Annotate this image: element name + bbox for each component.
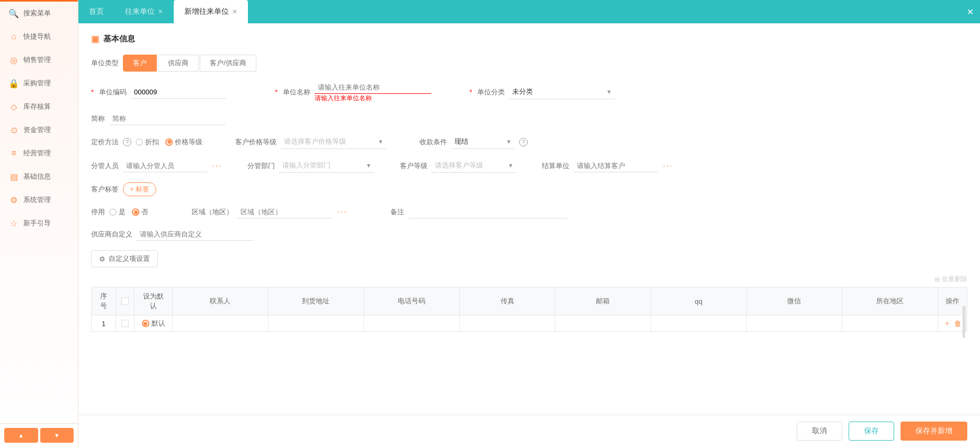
sidebar-bottom: ▲ ▼ bbox=[0, 423, 78, 447]
supplier-custom-input[interactable] bbox=[137, 228, 253, 241]
pricing-radio-level[interactable]: 价格等级 bbox=[165, 137, 202, 147]
region-input[interactable] bbox=[237, 206, 333, 218]
custom-settings-button[interactable]: ⚙ 自定义项设置 bbox=[91, 250, 158, 267]
disabled-radio-group: 是 否 bbox=[109, 207, 148, 217]
save-new-button[interactable]: 保存并新增 bbox=[901, 422, 967, 441]
tab-partners-close[interactable]: ✕ bbox=[158, 8, 163, 15]
form-item-department: 分管部门 请输入分管部门 ▼ bbox=[247, 159, 375, 173]
form-item-remark: 备注 bbox=[390, 206, 567, 218]
unit-btn-customer[interactable]: 客户 bbox=[123, 55, 157, 72]
supervisor-more-icon[interactable]: ··· bbox=[212, 161, 222, 171]
main-area: 首页 往来单位 ✕ 新增往来单位 ✕ ✕ ▣ 基本信息 单位类型 客户 供应商 … bbox=[78, 0, 980, 447]
customer-level-placeholder: 请选择客户等级 bbox=[435, 161, 483, 170]
unit-btn-both[interactable]: 客户/供应商 bbox=[200, 55, 256, 72]
row-email-input[interactable] bbox=[560, 320, 645, 328]
guide-icon: ☆ bbox=[8, 218, 19, 229]
row-qq-input[interactable] bbox=[656, 320, 741, 328]
row-qq-cell[interactable] bbox=[651, 315, 746, 332]
sidebar-item-quick-nav[interactable]: ⌂ 快捷导航 bbox=[0, 25, 78, 48]
sidebar-bottom-btn-1[interactable]: ▲ bbox=[4, 428, 38, 443]
sidebar-item-guide-label: 新手引导 bbox=[23, 218, 51, 228]
sidebar-item-system[interactable]: ⚙ 系统管理 bbox=[0, 188, 78, 212]
row-fax-input[interactable] bbox=[465, 320, 550, 328]
sidebar-item-operations[interactable]: ≡ 经营管理 bbox=[0, 142, 78, 165]
select-all-checkbox[interactable] bbox=[121, 297, 129, 305]
sidebar-item-quick-nav-label: 快捷导航 bbox=[23, 32, 51, 41]
sidebar-item-sales-label: 销售管理 bbox=[23, 55, 51, 65]
payment-terms-select[interactable]: 现结 ▼ bbox=[451, 135, 515, 149]
row-wechat-cell[interactable] bbox=[746, 315, 842, 332]
department-arrow-icon: ▼ bbox=[366, 162, 371, 169]
region-label: 区域（地区） bbox=[192, 207, 233, 217]
row-address-cell[interactable] bbox=[268, 315, 364, 332]
form-item-supervisor: 分管人员 ··· bbox=[91, 160, 222, 172]
row-contact-input[interactable] bbox=[178, 320, 263, 328]
pricing-question-icon[interactable]: ? bbox=[123, 138, 131, 146]
row-contact-cell[interactable] bbox=[172, 315, 268, 332]
sidebar-item-search[interactable]: 🔍 搜索菜单 bbox=[0, 2, 78, 25]
settlement-more-icon[interactable]: ··· bbox=[663, 161, 673, 171]
system-icon: ⚙ bbox=[8, 195, 19, 205]
form-item-code: * 单位编码 bbox=[91, 86, 226, 99]
remark-input[interactable] bbox=[408, 206, 567, 218]
row-wechat-input[interactable] bbox=[752, 320, 837, 328]
price-level-select[interactable]: 请选择客户价格等级 ▼ bbox=[281, 135, 387, 149]
department-select[interactable]: 请输入分管部门 ▼ bbox=[279, 159, 375, 173]
sidebar-item-basic[interactable]: ▤ 基础信息 bbox=[0, 165, 78, 188]
sidebar-item-search-label: 搜索菜单 bbox=[23, 8, 51, 18]
disabled-radio-yes[interactable]: 是 bbox=[109, 207, 126, 217]
customer-level-select[interactable]: 请选择客户等级 ▼ bbox=[432, 159, 516, 173]
tab-home-label: 首页 bbox=[89, 7, 104, 16]
pricing-radio-discount[interactable]: 折扣 bbox=[136, 137, 159, 147]
settlement-input[interactable] bbox=[574, 160, 658, 172]
tab-new-partner-close[interactable]: ✕ bbox=[232, 8, 237, 15]
row-region-cell-input[interactable] bbox=[848, 320, 932, 328]
row-default-radio[interactable]: 默认 bbox=[140, 319, 167, 328]
sidebar-item-purchase[interactable]: 🔒 采购管理 bbox=[0, 72, 78, 95]
row-phone-cell[interactable] bbox=[364, 315, 460, 332]
row-phone-input[interactable] bbox=[369, 320, 454, 328]
cancel-button[interactable]: 取消 bbox=[797, 422, 842, 441]
disabled-radio-no[interactable]: 否 bbox=[132, 207, 148, 217]
batch-delete-area: ⊞ 批量删除 bbox=[91, 275, 967, 284]
unit-cat-select[interactable]: 未分类 ▼ bbox=[509, 85, 615, 99]
row-delete-button[interactable]: 🗑 bbox=[954, 319, 961, 328]
supervisor-input[interactable] bbox=[123, 160, 208, 172]
row-email-cell[interactable] bbox=[555, 315, 651, 332]
payment-terms-question-icon[interactable]: ? bbox=[519, 138, 528, 146]
unit-cat-label: 单位分类 bbox=[477, 87, 505, 97]
row-fax-cell[interactable] bbox=[459, 315, 555, 332]
home-icon: ⌂ bbox=[8, 31, 19, 42]
save-button[interactable]: 保存 bbox=[849, 422, 894, 441]
disabled-yes-label: 是 bbox=[119, 207, 126, 217]
form-item-supplier-custom: 供应商自定义 bbox=[91, 228, 253, 241]
row-address-input[interactable] bbox=[274, 320, 359, 328]
add-tag-button[interactable]: + 标签 bbox=[123, 182, 156, 196]
tabs-bar-close-all[interactable]: ✕ bbox=[967, 7, 974, 17]
batch-delete-label[interactable]: 批量删除 bbox=[942, 275, 967, 284]
sidebar-item-guide[interactable]: ☆ 新手引导 bbox=[0, 212, 78, 235]
unit-name-error: 请输入往来单位名称 bbox=[315, 94, 431, 103]
search-icon: 🔍 bbox=[8, 8, 19, 19]
short-name-input[interactable] bbox=[109, 112, 226, 125]
tab-home[interactable]: 首页 bbox=[78, 0, 114, 23]
sidebar-item-sales[interactable]: ◎ 销售管理 bbox=[0, 48, 78, 72]
discount-radio-circle bbox=[136, 138, 143, 146]
price-level-placeholder: 请选择客户价格等级 bbox=[284, 137, 346, 146]
row-checkbox[interactable] bbox=[121, 320, 129, 327]
sidebar-bottom-btn-2[interactable]: ▼ bbox=[40, 428, 74, 443]
form-item-settlement: 结算单位 ··· bbox=[542, 160, 673, 172]
unit-btn-supplier[interactable]: 供应商 bbox=[158, 55, 199, 72]
unit-name-label: 单位名称 bbox=[283, 87, 310, 97]
row-region-cell[interactable] bbox=[842, 315, 938, 332]
tab-partners[interactable]: 往来单位 ✕ bbox=[114, 0, 174, 23]
sidebar-item-finance[interactable]: ⊙ 资金管理 bbox=[0, 118, 78, 142]
unit-code-input[interactable] bbox=[131, 86, 226, 99]
row-add-button[interactable]: ＋ bbox=[943, 319, 951, 328]
sidebar-item-inventory[interactable]: ◇ 库存核算 bbox=[0, 95, 78, 118]
tab-new-partner[interactable]: 新增往来单位 ✕ bbox=[174, 0, 248, 23]
unit-name-input[interactable] bbox=[315, 81, 431, 94]
region-more-icon[interactable]: ··· bbox=[337, 207, 347, 217]
table-scrollbar[interactable] bbox=[964, 306, 967, 332]
tab-new-partner-label: 新增往来单位 bbox=[184, 7, 229, 16]
